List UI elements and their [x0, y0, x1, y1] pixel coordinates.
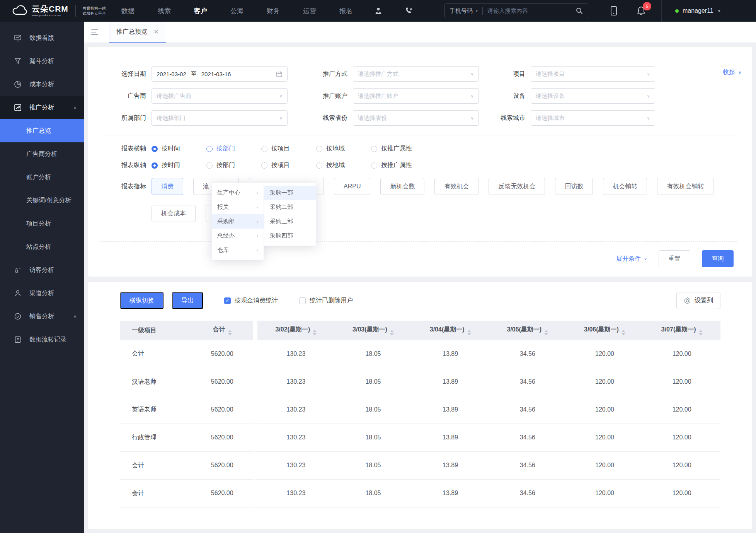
indicator-button-反馈无效机会[interactable]: 反馈无效机会 [489, 178, 545, 195]
sidebar-item-7[interactable]: 数据流转记录 [0, 328, 84, 351]
sidebar-item-4[interactable]: 访客分析 [0, 258, 84, 282]
reset-button[interactable]: 重置 [659, 250, 690, 267]
column-settings-button[interactable]: 设置列 [676, 292, 720, 309]
radio-option-按推广属性[interactable]: 按推广属性 [371, 161, 412, 169]
cascader-item-报关[interactable]: 报关› [212, 200, 264, 214]
select-设备[interactable]: 请选择设备∨ [531, 88, 655, 104]
indicator-button-机会成本[interactable]: 机会成本 [152, 205, 196, 222]
column-header-3/04(星期一)[interactable]: 3/04(星期一) [412, 321, 489, 340]
cascader-item-总经办[interactable]: 总经办› [212, 229, 264, 243]
sort-icon [467, 330, 471, 335]
radio-option-按地域[interactable]: 按地域 [316, 145, 367, 153]
indicator-button-回访数[interactable]: 回访数 [555, 178, 593, 195]
sidebar-item-5[interactable]: 渠道分析 [0, 282, 84, 305]
radio-option-按部门[interactable]: 按部门 [206, 145, 257, 153]
select-所属部门[interactable]: 请选择部门∨ [152, 110, 288, 126]
checkbox-checked-icon[interactable]: ✓ [224, 297, 231, 304]
tab-promotion-overview[interactable]: 推广总预览 ✕ [109, 22, 166, 43]
query-button[interactable]: 查询 [702, 250, 734, 267]
radio-option-按项目[interactable]: 按项目 [261, 161, 312, 169]
global-search[interactable]: 手机号码 ▾ 请输入搜索内容 [444, 3, 588, 18]
add-contact-icon[interactable] [374, 6, 383, 15]
select-推广账户[interactable]: 请选择推广账户∨ [353, 88, 479, 104]
cascader-item-采购四部[interactable]: 采购四部 [264, 229, 316, 243]
radio-option-按部门[interactable]: 按部门 [206, 161, 257, 169]
table-header-row: 一级项目合计3/02(星期一)3/03(星期一)3/04(星期一)3/05(星期… [120, 321, 720, 340]
column-header-3/06(星期一)[interactable]: 3/06(星期一) [566, 321, 644, 340]
tab-close-icon[interactable]: ✕ [153, 28, 159, 36]
radio-option-按推广属性[interactable]: 按推广属性 [371, 145, 412, 153]
select-线索省份[interactable]: 请选择省份∨ [353, 110, 479, 126]
sidebar-subitem-0[interactable]: 推广总览 [0, 119, 84, 142]
indicator-button-机会销转[interactable]: 机会销转 [603, 178, 647, 195]
main-area: 推广总预览 ✕ 收起∨ 选择日期2021-03-02至2021-03-16推广方… [84, 22, 756, 533]
collapse-filters-link[interactable]: 收起∨ [723, 68, 741, 77]
radio-option-按地域[interactable]: 按地域 [316, 161, 367, 169]
sidebar-item-3[interactable]: 推广分析∧ [0, 96, 84, 119]
radio-icon [316, 146, 322, 152]
search-input[interactable]: 请输入搜索内容 [487, 7, 572, 15]
column-header-3/05(星期一)[interactable]: 3/05(星期一) [489, 321, 566, 340]
nav-item-6[interactable]: 报名 [339, 7, 352, 15]
notifications-bell-icon[interactable]: 5 [637, 6, 646, 16]
indicator-button-消费[interactable]: 消费 [152, 178, 183, 195]
indicator-button-新机会数[interactable]: 新机会数 [380, 178, 424, 195]
nav-item-1[interactable]: 线索 [158, 7, 171, 15]
select-广告商[interactable]: 请选择广告商∨ [152, 88, 288, 104]
expand-conditions-link[interactable]: 展开条件∨ [616, 255, 647, 263]
export-button[interactable]: 导出 [172, 292, 203, 309]
radio-option-按时间[interactable]: 按时间 [152, 145, 203, 153]
cell-value: 34.56 [489, 396, 566, 424]
sidebar-subitem-1[interactable]: 广告商分析 [0, 142, 84, 166]
radio-option-按时间[interactable]: 按时间 [152, 161, 203, 169]
indicator-button-ARPU[interactable]: ARPU [334, 178, 370, 195]
nav-item-5[interactable]: 运营 [303, 7, 316, 15]
sidebar-subitem-4[interactable]: 项目分析 [0, 212, 84, 235]
sidebar-item-0[interactable]: 数据看版 [0, 26, 84, 50]
sidebar-item-label: 漏斗分析 [29, 57, 54, 65]
indicator-button-有效机会销转[interactable]: 有效机会销转 [657, 178, 713, 195]
cascader-item-采购三部[interactable]: 采购三部 [264, 214, 316, 229]
user-menu[interactable]: manager11 ▼ [661, 0, 721, 22]
checkbox-统计已删除用户[interactable]: 统计已删除用户 [299, 297, 353, 305]
column-header-3/02(星期一)[interactable]: 3/02(星期一) [257, 321, 335, 340]
indicator-button-有效机会[interactable]: 有效机会 [434, 178, 478, 195]
column-header-合计[interactable]: 合计 [192, 321, 253, 340]
checkbox-icon[interactable] [299, 297, 306, 304]
checkbox-按现金消费统计[interactable]: ✓按现金消费统计 [224, 297, 278, 305]
sidebar-item-1[interactable]: 漏斗分析 [0, 50, 84, 73]
cascader-item-仓库[interactable]: 仓库› [212, 243, 264, 257]
nav-item-3[interactable]: 公海 [230, 7, 243, 15]
cascader-item-label: 仓库 [217, 246, 229, 254]
select-线索城市[interactable]: 请选择城市∨ [531, 110, 655, 126]
cell-value: 34.56 [489, 368, 566, 396]
date-range-input[interactable]: 2021-03-02至2021-03-16 [152, 66, 288, 82]
radio-label: 按部门 [216, 145, 235, 153]
select-推广方式[interactable]: 请选择推广方式∨ [353, 66, 479, 82]
search-category[interactable]: 手机号码 [450, 7, 473, 15]
sidebar-item-2[interactable]: 成本分析 [0, 73, 84, 96]
phone-icon[interactable] [404, 6, 414, 15]
sidebar-item-6[interactable]: 销售分析∨ [0, 305, 84, 328]
swap-axes-button[interactable]: 横纵切换 [120, 292, 163, 309]
cell-project: 行政管理 [120, 424, 192, 451]
cell-value: 120.00 [566, 424, 644, 451]
cascader-item-生产中心[interactable]: 生产中心› [212, 186, 264, 200]
cascader-item-采购一部[interactable]: 采购一部 [264, 186, 316, 200]
cascader-item-采购二部[interactable]: 采购二部 [264, 200, 316, 214]
mobile-icon[interactable] [610, 6, 618, 16]
nav-item-4[interactable]: 财务 [267, 7, 280, 15]
select-项目[interactable]: 请选择项目∨ [531, 66, 655, 82]
sidebar-subitem-5[interactable]: 站点分析 [0, 235, 84, 258]
cascader-item-采购部[interactable]: 采购部› [212, 214, 264, 229]
radio-option-按项目[interactable]: 按项目 [261, 145, 312, 153]
column-header-3/03(星期一)[interactable]: 3/03(星期一) [335, 321, 412, 340]
column-header-3/07(星期一)[interactable]: 3/07(星期一) [643, 321, 720, 340]
tab-list-icon[interactable] [91, 29, 99, 35]
cascader-item-label: 总经办 [217, 232, 235, 239]
sidebar-subitem-2[interactable]: 账户分析 [0, 166, 84, 189]
sidebar-subitem-3[interactable]: 关键词/创意分析 [0, 189, 84, 212]
search-icon[interactable] [576, 7, 583, 15]
nav-item-0[interactable]: 数据 [121, 7, 135, 15]
nav-item-2[interactable]: 客户 [194, 7, 207, 15]
